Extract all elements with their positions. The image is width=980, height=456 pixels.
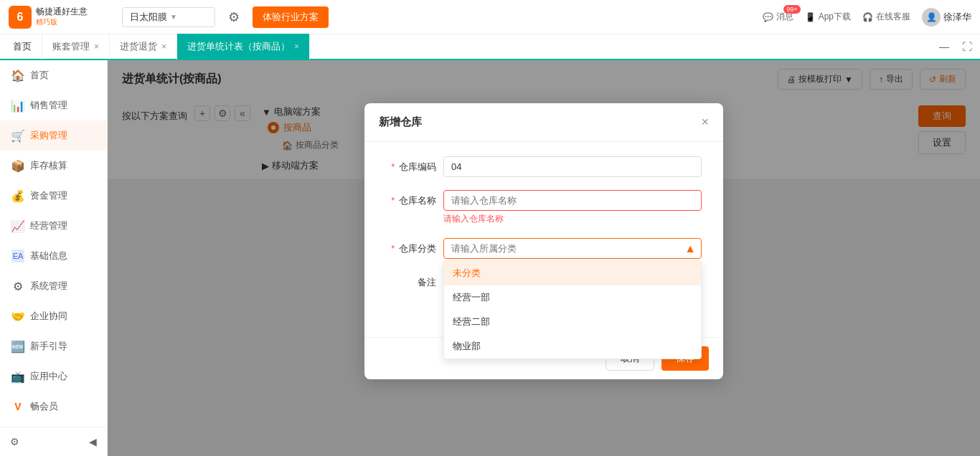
sidebar-label-member: 畅会员 — [30, 400, 58, 413]
tab-bar: 首页 账套管理 × 进货退货 × 进货单统计表（按商品） × — ⛶ — [0, 34, 980, 60]
modal-overlay: 新增仓库 × * 仓库编码 — [108, 60, 980, 456]
sidebar-label-operations: 经营管理 — [30, 219, 67, 232]
member-icon: V — [11, 400, 24, 413]
sidebar-item-system[interactable]: ⚙ 系统管理 — [0, 271, 107, 301]
modal-title: 新增仓库 — [379, 115, 422, 129]
form-row-name: * 仓库名称 请输入仓库名称 — [386, 190, 702, 225]
sidebar-item-purchase[interactable]: 🛒 采购管理 — [0, 120, 107, 151]
sidebar: 🏠 首页 📊 销售管理 🛒 采购管理 📦 库存核算 💰 资金管理 📈 经营管理 … — [0, 60, 108, 456]
sales-icon: 📊 — [11, 99, 24, 112]
modal-close-icon[interactable]: × — [701, 115, 709, 130]
code-label: * 仓库编码 — [386, 156, 436, 174]
online-service-label: 在线客服 — [876, 11, 910, 23]
home-tab-label: 首页 — [13, 40, 32, 53]
category-toggle-icon[interactable]: ▲ — [684, 242, 696, 255]
warehouse-category-input[interactable] — [443, 238, 702, 259]
name-error-msg: 请输入仓库名称 — [443, 213, 702, 225]
logo-sub: 精巧版 — [36, 17, 88, 27]
system-icon: ⚙ — [11, 280, 24, 293]
trial-button[interactable]: 体验行业方案 — [253, 6, 329, 28]
purchase-icon: 🛒 — [11, 129, 24, 142]
tab-home[interactable]: 首页 — [3, 34, 42, 60]
selector-arrow-icon: ▼ — [170, 13, 177, 21]
avatar: 👤 — [922, 8, 941, 27]
basic-info-icon: EA — [11, 250, 24, 262]
sidebar-item-guide[interactable]: 🆕 新手引导 — [0, 331, 107, 361]
apps-icon: 📺 — [11, 370, 24, 383]
dropdown-item-ops1[interactable]: 经营一部 — [444, 285, 701, 310]
sidebar-item-sales[interactable]: 📊 销售管理 — [0, 90, 107, 120]
operations-icon: 📈 — [11, 219, 24, 232]
modal-header: 新增仓库 × — [364, 103, 723, 142]
settings-icon[interactable]: ⚙ — [222, 6, 245, 29]
sidebar-item-finance[interactable]: 💰 资金管理 — [0, 181, 107, 211]
name-label: * 仓库名称 — [386, 190, 436, 207]
sidebar-bottom: ⚙ ◀ — [0, 427, 107, 456]
online-service-btn[interactable]: 🎧 在线客服 — [862, 11, 910, 23]
main-layout: 🏠 首页 📊 销售管理 🛒 采购管理 📦 库存核算 💰 资金管理 📈 经营管理 … — [0, 60, 980, 456]
messages-badge: 99+ — [783, 5, 800, 14]
tab-right-buttons: — ⛶ — [934, 37, 977, 57]
sidebar-item-apps[interactable]: 📺 应用中心 — [0, 361, 107, 391]
tab-returns[interactable]: 进货退货 × — [110, 34, 177, 60]
guide-icon: 🆕 — [11, 340, 24, 353]
sidebar-item-enterprise[interactable]: 🤝 企业协同 — [0, 301, 107, 331]
sidebar-item-inventory[interactable]: 📦 库存核算 — [0, 151, 107, 181]
returns-tab-label: 进货退货 — [120, 40, 157, 53]
user-area[interactable]: 👤 徐泽华 — [922, 8, 971, 27]
home-icon: 🏠 — [11, 69, 24, 82]
new-warehouse-modal: 新增仓库 × * 仓库编码 — [364, 103, 723, 379]
app-download-btn[interactable]: 📱 App下载 — [805, 11, 851, 23]
warehouse-code-input[interactable] — [443, 156, 702, 177]
app-download-label: App下载 — [819, 11, 851, 23]
sidebar-label-purchase: 采购管理 — [30, 129, 67, 142]
sidebar-settings-icon[interactable]: ⚙ — [6, 433, 23, 450]
logo-icon: 6 — [9, 6, 32, 29]
message-icon: 💬 — [763, 12, 773, 22]
sidebar-label-finance: 资金管理 — [30, 189, 67, 202]
category-dropdown: 未分类 经营一部 经营二部 物业部 — [443, 260, 702, 359]
stats-tab-close[interactable]: × — [294, 42, 299, 52]
logo-area: 6 畅捷通好生意 精巧版 — [9, 6, 115, 29]
sidebar-item-operations[interactable]: 📈 经营管理 — [0, 211, 107, 241]
finance-icon: 💰 — [11, 189, 24, 202]
sidebar-collapse-icon[interactable]: ◀ — [84, 433, 101, 450]
inventory-icon: 📦 — [11, 159, 24, 172]
sidebar-label-apps: 应用中心 — [30, 370, 67, 383]
sidebar-label-home: 首页 — [30, 69, 49, 82]
headset-icon: 🎧 — [862, 12, 873, 22]
tab-minimize-icon[interactable]: — — [934, 37, 954, 57]
tab-accounts[interactable]: 账套管理 × — [42, 34, 110, 60]
messages-btn[interactable]: 💬 消息 99+ — [763, 11, 793, 23]
accounts-tab-close[interactable]: × — [94, 42, 99, 52]
dropdown-item-uncategorized[interactable]: 未分类 — [444, 261, 701, 285]
returns-tab-close[interactable]: × — [161, 42, 166, 52]
sidebar-label-guide: 新手引导 — [30, 340, 67, 353]
category-label: * 仓库分类 — [386, 238, 436, 255]
tab-maximize-icon[interactable]: ⛶ — [957, 37, 977, 57]
username: 徐泽华 — [943, 11, 971, 24]
company-selector[interactable]: 日太阳膜 ▼ — [122, 7, 215, 27]
sidebar-item-member[interactable]: V 畅会员 — [0, 391, 107, 422]
sidebar-item-basic-info[interactable]: EA 基础信息 — [0, 241, 107, 271]
warehouse-name-input[interactable] — [443, 190, 702, 211]
dropdown-item-ops2[interactable]: 经营二部 — [444, 310, 701, 334]
phone-icon: 📱 — [805, 12, 816, 22]
form-row-category: * 仓库分类 ▲ 未分类 经营一部 经营二部 物业部 — [386, 238, 702, 259]
enterprise-icon: 🤝 — [11, 310, 24, 323]
sidebar-item-home[interactable]: 🏠 首页 — [0, 60, 107, 90]
form-row-code: * 仓库编码 — [386, 156, 702, 177]
dropdown-item-property[interactable]: 物业部 — [444, 334, 701, 358]
name-input-wrap: 请输入仓库名称 — [443, 190, 702, 225]
logo-text: 畅捷通好生意 — [36, 6, 88, 18]
sidebar-label-system: 系统管理 — [30, 280, 67, 293]
modal-body: * 仓库编码 * 仓库名称 — [364, 142, 723, 337]
note-label: 备注 — [386, 272, 436, 289]
code-input-wrap — [443, 156, 702, 177]
sidebar-label-basic-info: 基础信息 — [30, 250, 67, 262]
company-name: 日太阳膜 — [130, 11, 167, 24]
category-input-wrap: ▲ 未分类 经营一部 经营二部 物业部 — [443, 238, 702, 259]
stats-tab-label: 进货单统计表（按商品） — [187, 40, 290, 53]
header-right: 💬 消息 99+ 📱 App下载 🎧 在线客服 👤 徐泽华 — [763, 8, 971, 27]
tab-stats[interactable]: 进货单统计表（按商品） × — [177, 34, 310, 60]
